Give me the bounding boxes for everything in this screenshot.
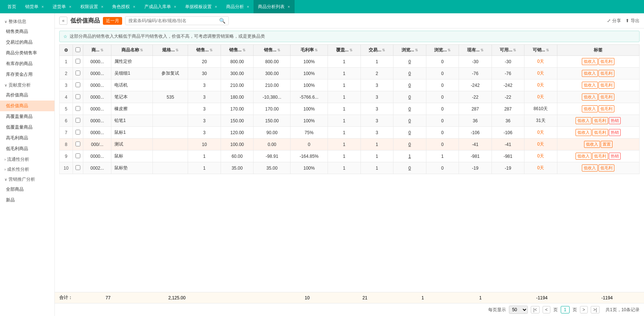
sort-name-icon[interactable]: ⇅ [140,48,143,52]
share-button[interactable]: ⤢ 分享 [607,18,621,24]
cell-checkbox[interactable] [73,162,83,174]
cell-view1[interactable]: 0 [393,139,426,150]
last-page-button[interactable]: >| [591,306,600,313]
cell-checkbox[interactable] [73,150,83,162]
sort-code-icon[interactable]: ⇅ [100,48,103,52]
sidebar-item-new-products[interactable]: 新品 [0,195,54,205]
select-all-checkbox[interactable] [76,47,80,52]
view1-link[interactable]: 1 [408,154,411,159]
view1-link[interactable]: 0 [408,59,411,64]
nav-product-analysis-list[interactable]: 商品分析列表 × [254,0,294,13]
nav-role-auth[interactable]: 角色授权 × [108,0,140,13]
sidebar-group-growth[interactable]: › 成长性分析 [0,164,54,174]
sidebar-group-marketing[interactable]: ∨ 营销推广分析 [0,174,54,184]
sidebar-item-inventory-capital[interactable]: 库存资金占用 [0,69,54,80]
nav-product-analysis[interactable]: 商品分析 × [222,0,254,13]
search-input[interactable] [128,18,218,23]
row-checkbox[interactable] [76,94,80,99]
cell-checkbox[interactable] [73,68,83,79]
view1-link[interactable]: 0 [408,166,411,171]
cell-checkbox[interactable] [73,56,83,68]
sort-coverage-icon[interactable]: ⇅ [349,48,352,52]
cell-view1[interactable]: 0 [393,162,426,174]
row-checkbox[interactable] [76,106,80,111]
sidebar-group-overall[interactable]: ∨ 整体信息 [0,16,54,26]
first-page-button[interactable]: |< [531,306,540,313]
view1-link[interactable]: 0 [408,95,411,100]
next-page-button[interactable]: > [580,306,588,313]
cell-view1[interactable]: 0 [393,56,426,68]
th-settings[interactable]: ⚙ [60,45,73,56]
cell-checkbox[interactable] [73,91,83,103]
sidebar-item-low-profit[interactable]: 低毛利商品 [0,143,54,154]
cell-view1[interactable]: 1 [393,150,426,162]
row-checkbox[interactable] [76,118,80,123]
cell-view1[interactable]: 0 [393,103,426,115]
cell-checkbox[interactable] [73,115,83,127]
close-permission-icon[interactable]: × [101,4,103,9]
sidebar-item-category-sales-rate[interactable]: 商品分类销售率 [0,48,54,58]
sort-available-icon[interactable]: ⇅ [513,48,516,52]
row-checkbox[interactable] [76,142,80,146]
sidebar-item-low-value[interactable]: 低价值商品 [0,101,54,111]
close-template-icon[interactable]: × [215,4,217,9]
sort-view1-icon[interactable]: ⇅ [415,48,418,52]
nav-purchase-order[interactable]: 进货单 × [48,0,76,13]
cell-checkbox[interactable] [73,139,83,150]
sort-profit-icon[interactable]: ⇅ [277,48,280,52]
sidebar-item-high-value[interactable]: 高价值商品 [0,90,54,101]
cell-checkbox[interactable] [73,127,83,139]
sidebar-item-high-profit[interactable]: 高毛利商品 [0,133,54,143]
sort-transaction-icon[interactable]: ⇅ [382,48,385,52]
sort-view2-icon[interactable]: ⇅ [447,48,450,52]
view1-link[interactable]: 0 [408,106,411,112]
cell-view1[interactable]: 0 [393,127,426,139]
sidebar-item-stocked-products[interactable]: 有库存的商品 [0,58,54,69]
close-purchase-order-icon[interactable]: × [69,4,71,9]
close-product-analysis-list-icon[interactable]: × [288,4,290,9]
sidebar-item-sales-products[interactable]: 销售类商品 [0,26,54,37]
cell-view1[interactable]: 0 [393,79,426,91]
table-container[interactable]: ⚙ 商...⇅ 商品名称⇅ 规格...⇅ 销售...⇅ 销售...⇅ 销售...… [55,44,644,292]
nav-sales-order[interactable]: 销货单 × [21,0,48,13]
close-warehouse-in-icon[interactable]: × [174,4,176,9]
row-checkbox[interactable] [76,71,80,75]
per-page-select[interactable]: 50 100 200 [509,306,528,314]
cell-checkbox[interactable] [73,79,83,91]
row-checkbox[interactable] [76,82,80,87]
view1-link[interactable]: 0 [408,130,411,135]
close-sales-order-icon[interactable]: × [41,4,44,9]
sort-current-icon[interactable]: ⇅ [480,48,483,52]
nav-template[interactable]: 单据模板设置 × [181,0,221,13]
cell-view1[interactable]: 0 [393,91,426,103]
collapse-sidebar-button[interactable]: « [59,17,67,25]
close-role-auth-icon[interactable]: × [133,4,135,9]
view1-link[interactable]: 0 [408,142,411,147]
view1-link[interactable]: 0 [408,71,411,76]
cell-view1[interactable]: 0 [393,115,426,127]
sidebar-item-all-products[interactable]: 全部商品 [0,184,54,195]
prev-page-button[interactable]: < [543,306,550,313]
sort-sellable-icon[interactable]: ⇅ [546,48,549,52]
sidebar-item-low-coverage[interactable]: 低覆盖量商品 [0,122,54,133]
cell-view1[interactable]: 0 [393,68,426,79]
close-product-analysis-icon[interactable]: × [247,4,249,9]
sort-qty-icon[interactable]: ⇅ [209,48,212,52]
sort-amt-icon[interactable]: ⇅ [242,48,245,52]
sidebar-item-high-coverage[interactable]: 高覆盖量商品 [0,111,54,122]
sidebar-group-contribution[interactable]: ∨ 贡献度分析 [0,80,54,90]
nav-permission[interactable]: 权限设置 × [76,0,108,13]
period-button[interactable]: 近一月 [103,17,122,25]
sidebar-group-circulation[interactable]: › 流通性分析 [0,154,54,164]
view1-link[interactable]: 0 [408,118,411,123]
sort-spec-icon[interactable]: ⇅ [175,48,178,52]
nav-home[interactable]: 首页 [3,0,21,13]
th-checkbox[interactable] [73,45,83,56]
row-checkbox[interactable] [76,130,80,135]
row-checkbox[interactable] [76,165,80,170]
sort-margin-icon[interactable]: ⇅ [315,48,318,52]
row-checkbox[interactable] [76,153,80,158]
search-icon[interactable]: 🔍 [219,18,225,24]
view1-link[interactable]: 0 [408,83,411,88]
sidebar-item-traded-products[interactable]: 交易过的商品 [0,37,54,48]
